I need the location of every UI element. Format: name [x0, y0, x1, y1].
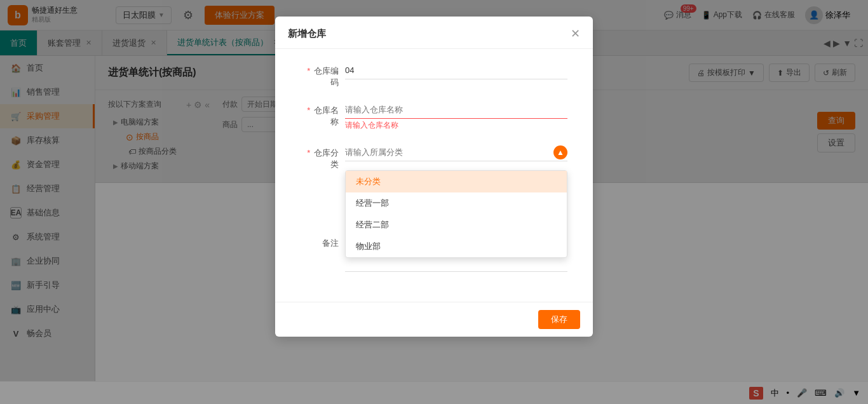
- name-error-message: 请输入仓库名称: [345, 120, 567, 131]
- code-required-star: *: [307, 66, 310, 76]
- name-label: * 仓库名称: [301, 101, 345, 128]
- chevron-up-icon: ▲: [557, 148, 564, 157]
- name-row: * 仓库名称 请输入仓库名称: [301, 101, 567, 131]
- dropdown-item-biz2[interactable]: 经营二部: [346, 214, 567, 236]
- category-field: * 仓库分类 ▲ 未分类 经营一部 经营二部 物业部: [301, 144, 567, 170]
- name-input-wrap: 请输入仓库名称: [345, 101, 567, 131]
- dialog-header: 新增仓库 ✕: [275, 17, 593, 49]
- category-dropdown: 未分类 经营一部 经营二部 物业部: [345, 170, 567, 258]
- dialog-title: 新增仓库: [288, 28, 326, 40]
- code-input-wrap: [345, 62, 567, 79]
- code-label: * 仓库编码: [301, 62, 345, 88]
- code-row: * 仓库编码: [301, 62, 567, 88]
- code-field: * 仓库编码: [301, 62, 567, 88]
- category-required-star: *: [307, 148, 310, 158]
- note-label: 备注: [301, 234, 345, 249]
- category-toggle-button[interactable]: ▲: [553, 145, 567, 159]
- dropdown-item-none[interactable]: 未分类: [346, 171, 567, 192]
- save-button[interactable]: 保存: [538, 310, 580, 329]
- name-input[interactable]: [345, 101, 567, 119]
- dialog-footer: 保存: [275, 302, 593, 337]
- dropdown-item-property[interactable]: 物业部: [346, 236, 567, 257]
- dialog-body: * 仓库编码 * 仓库名称 请输入仓库名: [275, 49, 593, 302]
- new-warehouse-dialog: 新增仓库 ✕ * 仓库编码 *: [275, 17, 593, 337]
- category-label: * 仓库分类: [301, 144, 345, 170]
- name-field: * 仓库名称 请输入仓库名称: [301, 101, 567, 131]
- name-required-star: *: [307, 105, 310, 115]
- dropdown-item-biz1[interactable]: 经营一部: [346, 192, 567, 214]
- category-input[interactable]: [345, 144, 567, 161]
- category-select-wrap: ▲: [345, 144, 567, 161]
- code-input[interactable]: [345, 62, 567, 79]
- dialog-close-button[interactable]: ✕: [571, 27, 580, 41]
- category-row: * 仓库分类 ▲: [301, 144, 567, 170]
- modal-overlay: 新增仓库 ✕ * 仓库编码 *: [0, 0, 868, 404]
